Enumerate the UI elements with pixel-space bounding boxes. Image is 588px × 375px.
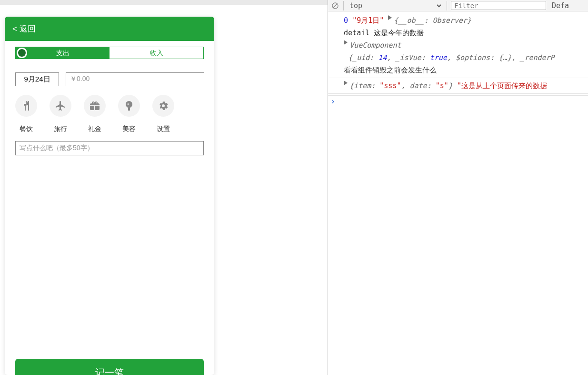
log-object[interactable]: {__ob__: Observer} — [394, 15, 471, 26]
log-row[interactable]: 看看组件销毁之前会发生什么 — [328, 64, 588, 76]
note-input[interactable]: 写点什么吧（最多50字） — [15, 141, 204, 155]
expand-arrow-icon[interactable] — [344, 81, 348, 85]
log-object[interactable]: {_uid: 14, _isVue: true, $options: {…}, … — [348, 52, 555, 63]
filter-input[interactable] — [451, 1, 546, 10]
tab-income[interactable]: 收入 — [110, 47, 203, 59]
log-separator — [328, 78, 588, 78]
console-output: 0 "9月1日" {__ob__: Observer} detail 这是今年的… — [328, 11, 588, 375]
prompt-caret-icon: › — [331, 97, 335, 106]
log-text: 看看组件销毁之前会发生什么 — [344, 65, 437, 75]
tab-expense[interactable]: 支出 — [16, 47, 110, 59]
amount-input[interactable]: ￥0.00 — [66, 72, 204, 86]
category-label: 餐饮 — [20, 125, 33, 133]
log-string: "这是从上个页面传来的数据 — [457, 81, 547, 91]
gift-icon — [84, 95, 106, 117]
log-row[interactable]: detail 这是今年的数据 — [328, 27, 588, 39]
category-food[interactable]: 餐饮 — [15, 95, 37, 133]
log-string: "9月1日" — [352, 15, 384, 26]
expand-arrow-icon[interactable] — [344, 40, 348, 45]
category-beauty[interactable]: 美容 — [118, 95, 140, 133]
expense-income-tabs: 支出 收入 — [15, 47, 204, 59]
log-object[interactable]: {item: "sss", date: "s"} — [349, 81, 453, 91]
phone-frame: < 返回 支出 收入 9月24日 ￥0.00 — [5, 17, 214, 375]
category-gift[interactable]: 礼金 — [84, 95, 106, 133]
phone-body: 支出 收入 9月24日 ￥0.00 餐饮 — [5, 41, 214, 375]
log-row[interactable]: {_uid: 14, _isVue: true, $options: {…}, … — [328, 51, 588, 64]
devtools-console-pane: top Defa 0 "9月1日" {__ob__: Observer} det… — [328, 0, 588, 375]
console-toolbar: top Defa — [328, 0, 588, 11]
date-amount-row: 9月24日 ￥0.00 — [15, 72, 204, 86]
log-row[interactable]: 0 "9月1日" {__ob__: Observer} — [328, 14, 588, 27]
category-label: 美容 — [122, 125, 136, 133]
log-label: detail — [344, 28, 369, 38]
log-index: 0 — [344, 15, 348, 26]
utensils-icon — [15, 95, 37, 117]
expand-arrow-icon[interactable] — [388, 15, 392, 20]
log-separator — [328, 93, 588, 94]
category-label: 旅行 — [54, 125, 67, 133]
toolbar-separator — [447, 1, 447, 10]
beauty-icon — [118, 95, 140, 117]
log-row[interactable]: {item: "sss", date: "s"} "这是从上个页面传来的数据 — [328, 80, 588, 92]
log-object[interactable]: VueComponent — [349, 40, 401, 51]
level-label[interactable]: Defa — [552, 1, 569, 10]
category-label: 礼金 — [88, 125, 101, 133]
category-label: 设置 — [157, 125, 170, 133]
gear-icon — [152, 95, 174, 117]
toolbar-separator — [343, 1, 344, 10]
plane-icon — [50, 95, 71, 117]
browser-top-bar — [0, 0, 328, 5]
category-travel[interactable]: 旅行 — [50, 95, 71, 133]
date-input[interactable]: 9月24日 — [15, 72, 59, 86]
phone-header: < 返回 — [5, 17, 214, 41]
context-select[interactable]: top — [348, 1, 443, 10]
log-text: 这是今年的数据 — [374, 28, 424, 38]
submit-button[interactable]: 记一笔 — [15, 359, 204, 375]
category-row: 餐饮 旅行 礼金 — [15, 95, 204, 133]
app-preview-pane: < 返回 支出 收入 9月24日 ￥0.00 — [0, 0, 328, 375]
category-settings[interactable]: 设置 — [152, 95, 174, 133]
back-button[interactable]: < 返回 — [12, 24, 36, 33]
clear-console-icon[interactable] — [331, 1, 339, 10]
console-prompt[interactable]: › — [328, 95, 588, 107]
log-row[interactable]: VueComponent — [328, 39, 588, 51]
svg-line-1 — [333, 4, 337, 8]
tab-knob[interactable] — [17, 48, 27, 58]
